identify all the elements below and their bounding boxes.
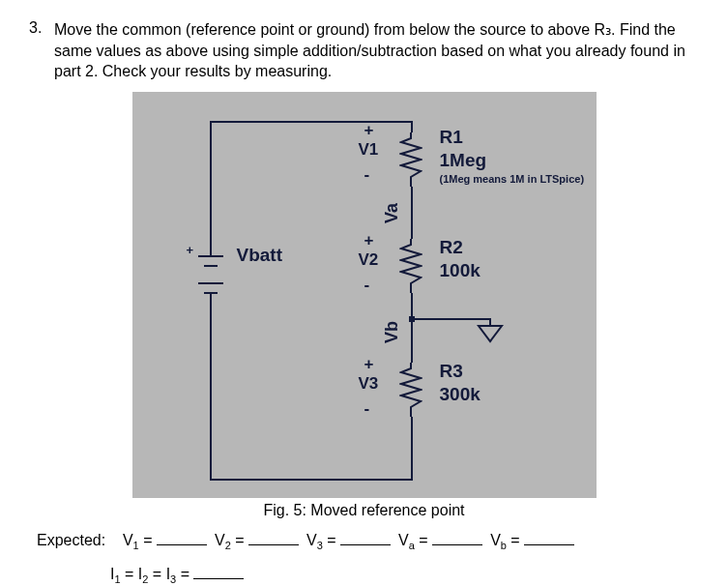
v3-plus: + bbox=[364, 355, 374, 374]
expected-v1: V1 = bbox=[123, 532, 153, 548]
expected-row-current: I1 = I2 = I3 = bbox=[29, 565, 699, 585]
r1-value: 1Meg bbox=[440, 150, 487, 171]
r3-value: 300k bbox=[440, 384, 480, 405]
expected-row: Expected: V1 = V2 = V3 = Va = Vb = bbox=[29, 531, 699, 551]
battery-plus: + bbox=[187, 243, 194, 257]
expected-va: Va = bbox=[398, 532, 428, 548]
r3-name: R3 bbox=[440, 361, 463, 382]
figure-caption: Fig. 5: Moved reference point bbox=[29, 502, 699, 519]
svg-marker-7 bbox=[479, 326, 502, 341]
v3-label: V3 bbox=[359, 374, 379, 394]
battery-symbol bbox=[192, 245, 229, 307]
wire bbox=[411, 187, 413, 239]
wire bbox=[210, 479, 413, 481]
v3-minus: - bbox=[364, 399, 370, 419]
resistor-r3 bbox=[399, 363, 422, 417]
r1-note: (1Meg means 1M in LTSpice) bbox=[440, 173, 585, 185]
wire bbox=[411, 417, 413, 479]
resistor-r2 bbox=[399, 239, 422, 293]
wire bbox=[210, 305, 212, 479]
v1-plus: + bbox=[364, 121, 374, 140]
circuit-diagram: + Vbatt R1 1Meg (1Meg means 1M in LTSpic… bbox=[132, 92, 597, 498]
battery-label: Vbatt bbox=[237, 245, 283, 266]
v2-plus: + bbox=[364, 231, 374, 250]
r1-name: R1 bbox=[440, 127, 463, 148]
v2-label: V2 bbox=[359, 250, 379, 270]
blank bbox=[340, 531, 391, 545]
expected-i: I1 = I2 = I3 = bbox=[110, 566, 189, 582]
v1-minus: - bbox=[364, 165, 370, 185]
ground-icon bbox=[477, 312, 515, 345]
blank bbox=[157, 531, 207, 545]
expected-v2: V2 = bbox=[215, 532, 245, 548]
wire bbox=[210, 121, 413, 123]
v1-label: V1 bbox=[359, 140, 379, 160]
wire bbox=[210, 121, 212, 247]
question-text: Move the common (reference point or grou… bbox=[54, 19, 699, 82]
r2-value: 100k bbox=[440, 260, 480, 281]
v2-minus: - bbox=[364, 276, 370, 295]
resistor-r1 bbox=[399, 132, 422, 187]
blank bbox=[193, 565, 244, 579]
va-label: Va bbox=[382, 203, 402, 223]
blank bbox=[524, 531, 574, 545]
blank bbox=[432, 531, 482, 545]
blank bbox=[248, 531, 299, 545]
expected-vb: Vb = bbox=[490, 532, 520, 548]
expected-v3: V3 = bbox=[306, 532, 336, 548]
wire bbox=[411, 293, 413, 363]
r2-name: R2 bbox=[440, 237, 463, 258]
wire bbox=[411, 121, 413, 132]
expected-prefix: Expected: bbox=[37, 532, 105, 548]
vb-label: Vb bbox=[382, 321, 402, 343]
question-number: 3. bbox=[29, 19, 54, 37]
question-block: 3. Move the common (reference point or g… bbox=[29, 19, 699, 82]
